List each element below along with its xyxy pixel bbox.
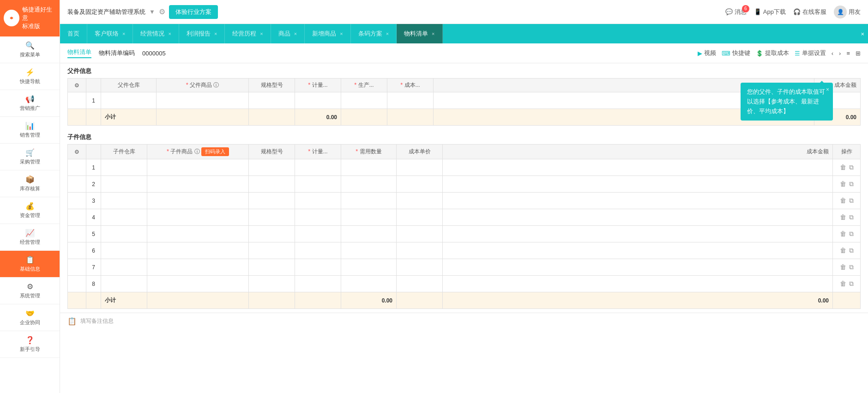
child-r6-spec[interactable] xyxy=(249,242,295,259)
child-r2-unit[interactable] xyxy=(295,176,341,193)
tab-operations[interactable]: 经营情况 × xyxy=(133,24,179,43)
tooltip-close-btn[interactable]: × xyxy=(826,85,829,94)
child-r8-qty[interactable] xyxy=(341,276,397,292)
child-r7-spec[interactable] xyxy=(249,259,295,276)
tab-home[interactable]: 首页 xyxy=(60,24,87,43)
trial-button[interactable]: 体验行业方案 xyxy=(169,5,218,19)
parent-row1-cost[interactable] xyxy=(387,92,434,109)
parent-th-settings[interactable]: ⚙ xyxy=(68,79,86,92)
action-extract-cost[interactable]: 💲 提取成本 xyxy=(756,49,789,57)
parent-row1-produce[interactable] xyxy=(341,92,387,109)
tab-close-operations[interactable]: × xyxy=(168,31,171,36)
child-r7-warehouse[interactable] xyxy=(101,259,147,276)
child-r8-unit[interactable] xyxy=(295,276,341,292)
child-r4-qty[interactable] xyxy=(341,209,397,226)
delete-icon-r2[interactable]: 🗑 xyxy=(840,180,846,188)
sub-tab-bom[interactable]: 物料清单 xyxy=(67,48,91,58)
sidebar-item-collaboration[interactable]: 🤝 企业协同 xyxy=(0,304,60,331)
child-r2-qty[interactable] xyxy=(341,176,397,193)
delete-icon-r4[interactable]: 🗑 xyxy=(840,213,846,221)
child-r4-price[interactable] xyxy=(397,209,443,226)
child-r4-product[interactable] xyxy=(147,209,249,226)
tab-barcode[interactable]: 条码方案 × xyxy=(351,24,397,43)
sidebar-item-basic-info[interactable]: 📋 基础信息 xyxy=(0,251,60,278)
child-r6-warehouse[interactable] xyxy=(101,242,147,259)
copy-icon-r4[interactable]: ⧉ xyxy=(849,213,854,221)
child-r1-price[interactable] xyxy=(397,159,443,176)
tab-close-customers[interactable]: × xyxy=(122,31,125,36)
tab-close-bom[interactable]: × xyxy=(432,31,434,36)
child-r5-price[interactable] xyxy=(397,226,443,242)
pagination-prev[interactable]: ‹ xyxy=(832,50,833,57)
copy-icon-r6[interactable]: ⧉ xyxy=(849,247,854,254)
sidebar-item-purchase[interactable]: 🛒 采购管理 xyxy=(0,144,60,170)
parent-row1-warehouse[interactable] xyxy=(101,92,157,109)
settings-icon[interactable]: ⚙ xyxy=(159,7,165,16)
sidebar-item-quicknav[interactable]: ⚡ 快捷导航 xyxy=(0,63,60,90)
child-r1-warehouse[interactable] xyxy=(101,159,147,176)
copy-icon-r3[interactable]: ⧉ xyxy=(849,197,854,205)
sidebar-item-marketing[interactable]: 📢 营销推广 xyxy=(0,90,60,117)
child-r2-spec[interactable] xyxy=(249,176,295,193)
child-r2-product[interactable] xyxy=(147,176,249,193)
child-r1-unit[interactable] xyxy=(295,159,341,176)
child-r8-spec[interactable] xyxy=(249,276,295,292)
parent-row1-product[interactable] xyxy=(157,92,249,109)
delete-icon-r1[interactable]: 🗑 xyxy=(840,163,846,171)
bottom-text[interactable]: 填写备注信息 xyxy=(80,317,114,325)
tab-close-profit[interactable]: × xyxy=(214,31,217,36)
copy-icon-r2[interactable]: ⧉ xyxy=(849,180,854,188)
app-download-button[interactable]: 📱 App下载 xyxy=(754,8,786,16)
tab-close-new-product[interactable]: × xyxy=(340,31,343,36)
child-r6-qty[interactable] xyxy=(341,242,397,259)
sidebar-item-operations[interactable]: 📈 经营管理 xyxy=(0,224,60,251)
action-shortcut[interactable]: ⌨ 快捷键 xyxy=(722,49,750,57)
tab-close-barcode[interactable]: × xyxy=(386,31,389,36)
action-video[interactable]: ▶ 视频 xyxy=(698,49,716,57)
expand-toggle[interactable]: ⊞ xyxy=(856,50,861,57)
child-th-settings[interactable]: ⚙ xyxy=(68,145,86,159)
child-r1-product[interactable] xyxy=(147,159,249,176)
child-r5-warehouse[interactable] xyxy=(101,226,147,242)
child-r3-product[interactable] xyxy=(147,193,249,209)
copy-icon-r8[interactable]: ⧉ xyxy=(849,280,854,288)
child-r3-unit[interactable] xyxy=(295,193,341,209)
sidebar-item-system[interactable]: ⚙ 系统管理 xyxy=(0,278,60,304)
child-r5-product[interactable] xyxy=(147,226,249,242)
delete-icon-r6[interactable]: 🗑 xyxy=(840,247,846,254)
pagination-next[interactable]: › xyxy=(839,50,841,57)
child-r5-spec[interactable] xyxy=(249,226,295,242)
child-r7-product[interactable] xyxy=(147,259,249,276)
copy-icon-r5[interactable]: ⧉ xyxy=(849,230,854,238)
tab-history[interactable]: 经营历程 × xyxy=(225,24,271,43)
child-r4-unit[interactable] xyxy=(295,209,341,226)
child-r4-warehouse[interactable] xyxy=(101,209,147,226)
child-r1-qty[interactable] xyxy=(341,159,397,176)
child-r1-spec[interactable] xyxy=(249,159,295,176)
user-menu[interactable]: 👤 用友 xyxy=(834,6,861,18)
sidebar-item-search[interactable]: 🔍 搜索菜单 xyxy=(0,36,60,63)
child-r6-product[interactable] xyxy=(147,242,249,259)
parent-row1-spec[interactable] xyxy=(249,92,295,109)
child-r3-spec[interactable] xyxy=(249,193,295,209)
tab-new-product[interactable]: 新增商品 × xyxy=(305,24,350,43)
sidebar-item-guide[interactable]: ❓ 新手引导 xyxy=(0,331,60,358)
system-dropdown[interactable]: ▼ xyxy=(149,8,155,15)
child-r7-price[interactable] xyxy=(397,259,443,276)
parent-row1-unit[interactable] xyxy=(295,92,341,109)
view-toggle[interactable]: ≡ xyxy=(846,50,850,57)
child-r3-qty[interactable] xyxy=(341,193,397,209)
child-r6-price[interactable] xyxy=(397,242,443,259)
tab-close-history[interactable]: × xyxy=(260,31,263,36)
child-r5-qty[interactable] xyxy=(341,226,397,242)
copy-icon-r7[interactable]: ⧉ xyxy=(849,263,854,271)
action-doc-settings[interactable]: ☰ 单据设置 xyxy=(795,49,826,57)
tab-bom[interactable]: 物料清单 × xyxy=(397,24,442,43)
tab-customers[interactable]: 客户联络 × xyxy=(87,24,133,43)
sidebar-item-inventory[interactable]: 📦 库存核算 xyxy=(0,170,60,197)
copy-icon-r1[interactable]: ⧉ xyxy=(849,163,854,171)
delete-icon-r5[interactable]: 🗑 xyxy=(840,230,846,238)
child-r8-warehouse[interactable] xyxy=(101,276,147,292)
sidebar-item-finance[interactable]: 💰 资金管理 xyxy=(0,197,60,224)
delete-icon-r3[interactable]: 🗑 xyxy=(840,197,846,205)
